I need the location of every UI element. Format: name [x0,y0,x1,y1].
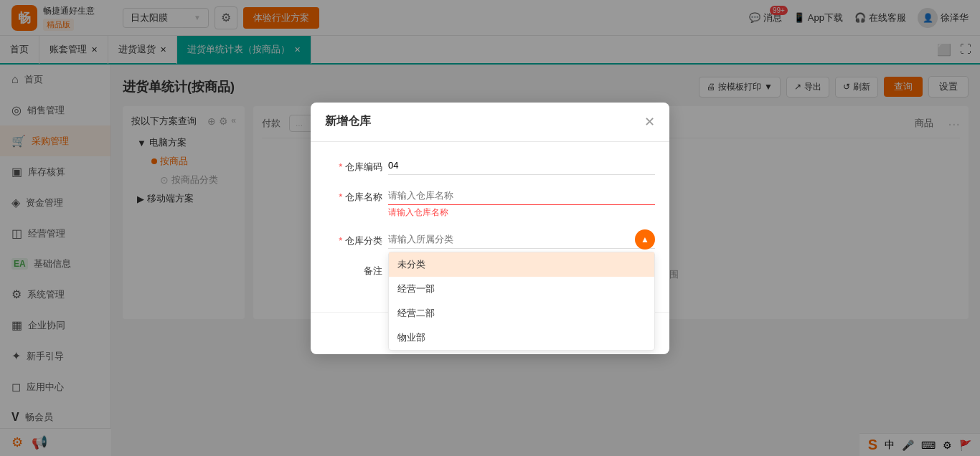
name-label: 仓库名称 [325,186,382,204]
form-row-code: 仓库编码 [325,156,655,175]
dropdown-item-dept1[interactable]: 经营一部 [389,277,654,301]
warehouse-name-input[interactable] [388,186,655,205]
dialog-header: 新增仓库 ✕ [311,103,669,142]
name-input-wrap: 请输入仓库名称 [388,186,655,219]
code-label: 仓库编码 [325,156,382,174]
dropdown-item-dept2[interactable]: 经营二部 [389,301,654,326]
dropdown-item-uncategorized[interactable]: 未分类 [389,252,654,277]
warehouse-code-input[interactable] [388,156,655,175]
dialog-title: 新增仓库 [325,114,371,129]
form-row-category: 仓库分类 ▲ 未分类 经营一部 经营二部 [325,230,655,249]
notes-label: 备注 [325,260,382,277]
form-row-name: 仓库名称 请输入仓库名称 [325,186,655,219]
category-toggle-btn[interactable]: ▲ [635,229,655,250]
dialog-close-button[interactable]: ✕ [644,114,655,130]
dialog-overlay: 新增仓库 ✕ 仓库编码 仓库名称 请输入仓库名称 [0,0,980,456]
category-dropdown: 未分类 经营一部 经营二部 物业部 [388,252,655,351]
name-error-msg: 请输入仓库名称 [388,206,655,219]
code-input-wrap [388,156,655,175]
category-input[interactable] [388,230,655,249]
category-select-wrap: ▲ 未分类 经营一部 经营二部 物业部 [388,230,655,249]
category-label: 仓库分类 [325,230,382,247]
dialog-body: 仓库编码 仓库名称 请输入仓库名称 仓库分类 [311,142,669,312]
dropdown-item-property[interactable]: 物业部 [389,326,654,350]
new-warehouse-dialog: 新增仓库 ✕ 仓库编码 仓库名称 请输入仓库名称 [311,103,669,354]
